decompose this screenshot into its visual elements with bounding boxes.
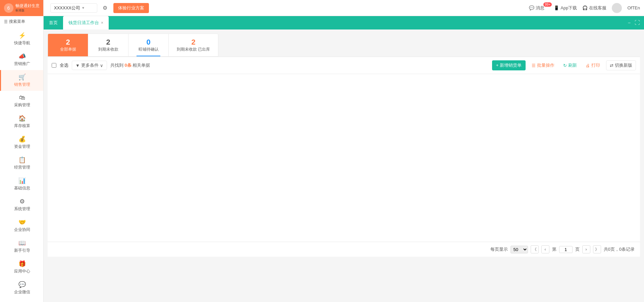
trial-button[interactable]: 体验行业方案 <box>113 3 149 13</box>
filter-label: 更多条件 <box>81 62 99 68</box>
sidebar-item-xinshou[interactable]: 📖 新手引导 <box>0 236 43 257</box>
header-right: 💬 消息 99+ 📱 App下载 🎧 在线客服 OfTEn <box>529 3 640 13</box>
filter-button[interactable]: ▼ 更多条件 ∨ <box>72 61 107 70</box>
sidebar-item-yingyong[interactable]: 🎁 应用中心 <box>0 257 43 278</box>
sidebar-item-xitong[interactable]: ⚙ 系统管理 <box>0 194 43 215</box>
sidebar-item-huiyuan[interactable]: 👑 畅会员 <box>0 298 43 302</box>
kuaijie-icon: ⚡ <box>18 32 26 39</box>
batch-icon: ☰ <box>532 63 536 68</box>
switch-version-button[interactable]: ⇄ 切换新版 <box>606 60 636 70</box>
company-name: XXXXXX公司 <box>54 5 80 11</box>
summary-tab-all[interactable]: 2 全部单据 <box>48 34 88 56</box>
page-label: 第 <box>552 246 556 252</box>
sidebar-item-label: 应用中心 <box>14 268 30 274</box>
sidebar-item-zijin[interactable]: 💰 资金管理 <box>0 132 43 153</box>
refresh-button[interactable]: ↻ 刷新 <box>560 61 580 70</box>
tab-home[interactable]: 首页 <box>44 16 63 29</box>
sidebar-item-label: 企业微信 <box>14 289 30 295</box>
jingying-icon: 📋 <box>18 156 26 164</box>
tabs-bar: 首页 钱货日清工作台 × － ⛶ <box>44 16 644 29</box>
sidebar-item-label: 新手引导 <box>14 248 30 253</box>
yingyong-icon: 🎁 <box>18 260 26 267</box>
switch-icon: ⇄ <box>610 63 613 68</box>
company-selector[interactable]: XXXXXX公司 ▼ <box>50 3 97 13</box>
batch-button[interactable]: ☰ 批量操作 <box>529 61 557 70</box>
weixin-icon: 💬 <box>18 281 26 288</box>
tab-close-icon[interactable]: × <box>101 20 103 25</box>
zijin-icon: 💰 <box>18 135 26 143</box>
app-icon: 📱 <box>554 5 559 10</box>
tab-all-count: 2 <box>56 38 80 47</box>
tab-overdue-count: 2 <box>96 38 120 47</box>
first-page-button[interactable]: 《 <box>531 245 539 253</box>
sidebar-item-label: 经营管理 <box>14 165 30 170</box>
tab-qianhuoqingong[interactable]: 钱货日清工作台 × <box>63 16 109 29</box>
select-all-checkbox[interactable] <box>52 63 56 68</box>
new-sale-button[interactable]: + 新增销货单 <box>492 60 526 70</box>
yingxiao-icon: 📣 <box>18 53 26 60</box>
page-suffix: 页 <box>575 246 580 252</box>
print-button[interactable]: 🖨 打印 <box>583 61 603 70</box>
summary-tab-overdue[interactable]: 2 到期未收款 <box>88 34 128 56</box>
summary-tab-wangpu[interactable]: 0 旺铺待确认 <box>128 34 169 56</box>
refresh-icon: ↻ <box>563 63 567 68</box>
per-page-label: 每页显示 <box>490 246 508 252</box>
xitong-icon: ⚙ <box>19 198 25 205</box>
tab-overdueout-label: 到期未收款 已出库 <box>177 47 210 52</box>
toolbar-right: + 新增销货单 ☰ 批量操作 ↻ 刷新 🖨 打印 ⇄ 切换新版 <box>492 60 636 70</box>
search-icon: ☰ <box>4 19 8 24</box>
message-button[interactable]: 💬 消息 99+ <box>529 5 548 11</box>
search-menu[interactable]: ☰ 搜索菜单 <box>0 16 43 27</box>
last-page-button[interactable]: 》 <box>593 245 601 253</box>
sidebar: 6 畅捷通好生意 标准版 ☰ 搜索菜单 ⚡ 快捷导航 📣 营销推广 🛒 销售管理… <box>0 0 44 302</box>
sidebar-item-caigou[interactable]: 🛍 采购管理 <box>0 91 43 111</box>
found-prefix: 共找到 <box>110 63 123 68</box>
switch-label: 切换新版 <box>615 62 632 68</box>
tab-home-label: 首页 <box>49 20 58 26</box>
logo-text: 畅捷通好生意 <box>15 3 40 9</box>
tab-active-label: 钱货日清工作台 <box>68 20 99 26</box>
filter-chevron-icon: ∨ <box>100 63 103 68</box>
tab-wangpu-count: 0 <box>137 38 160 47</box>
sidebar-item-jichu[interactable]: 📊 基础信息 <box>0 174 43 194</box>
tab-minimize-icon[interactable]: － <box>627 19 632 26</box>
xinshou-icon: 📖 <box>18 239 26 247</box>
kucun-icon: 🏠 <box>18 115 26 122</box>
prev-page-button[interactable]: ‹ <box>541 245 549 253</box>
message-icon: 💬 <box>529 5 534 10</box>
caigou-icon: 🛍 <box>19 94 25 101</box>
pagination: 每页显示 50 100 200 《 ‹ 第 页 › 》 共0页，0条记录 <box>48 242 640 257</box>
sidebar-item-weixin[interactable]: 💬 企业微信 <box>0 278 43 298</box>
tab-overdueout-count: 2 <box>177 38 210 47</box>
avatar[interactable] <box>612 3 622 13</box>
page-input[interactable] <box>559 246 573 253</box>
app-download-button[interactable]: 📱 App下载 <box>554 5 577 11</box>
message-badge: 99+ <box>543 2 552 7</box>
select-all-label: 全选 <box>60 62 68 68</box>
sidebar-item-label: 基础信息 <box>14 185 30 191</box>
tabs-right-actions: － ⛶ <box>627 19 644 26</box>
next-page-button[interactable]: › <box>582 245 590 253</box>
tab-expand-icon[interactable]: ⛶ <box>635 20 640 26</box>
jichu-icon: 📊 <box>18 177 26 184</box>
summary-tab-overdueout[interactable]: 2 到期未收款 已出库 <box>169 34 218 56</box>
sidebar-item-kucun[interactable]: 🏠 库存核算 <box>0 111 43 132</box>
sidebar-item-kuaijie[interactable]: ⚡ 快捷导航 <box>0 28 43 49</box>
username: OfTEn <box>627 5 640 10</box>
settings-icon[interactable]: ⚙ <box>100 3 110 13</box>
sidebar-item-qiye[interactable]: 🤝 企业协同 <box>0 215 43 236</box>
per-page-select[interactable]: 50 100 200 <box>511 246 528 253</box>
sidebar-item-label: 资金管理 <box>14 144 30 149</box>
refresh-label: 刷新 <box>568 62 577 68</box>
toolbar-left: 全选 ▼ 更多条件 ∨ 共找到 0条 相关单据 <box>52 61 488 70</box>
sidebar-item-jingying[interactable]: 📋 经营管理 <box>0 153 43 174</box>
sidebar-item-yingxiao[interactable]: 📣 营销推广 <box>0 49 43 70</box>
total-label: 共0页，0条记录 <box>604 246 635 252</box>
sidebar-item-label: 快捷导航 <box>14 40 30 46</box>
sidebar-item-label: 库存核算 <box>14 123 30 129</box>
logo-icon: 6 <box>4 3 13 13</box>
service-button[interactable]: 🎧 在线客服 <box>582 5 606 11</box>
sidebar-item-label: 销售管理 <box>14 82 30 87</box>
sidebar-item-xiaoshou[interactable]: 🛒 销售管理 <box>0 70 43 91</box>
filter-icon: ▼ <box>75 63 80 68</box>
